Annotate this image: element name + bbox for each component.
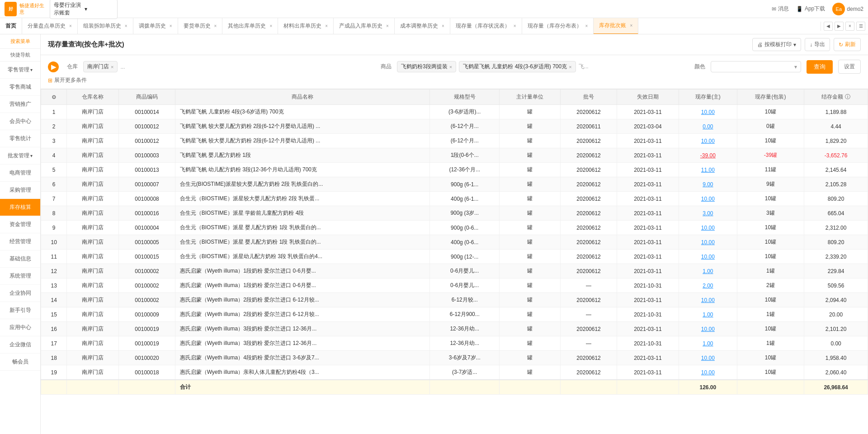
tab-close-batch-account[interactable]: × xyxy=(630,23,632,28)
sidebar-item-ecommerce[interactable]: 电商管理 xyxy=(0,165,40,182)
col-setting[interactable]: ⚙ xyxy=(41,90,67,105)
tab-close-all-button[interactable]: × xyxy=(845,22,854,31)
sidebar-item-retail-mgmt[interactable]: 零售管理 ▾ xyxy=(0,61,40,79)
tab-bar: 首页 分量盘点单历史 × 组装拆卸单历史 × 调拨单历史 × 要货单历史 × 其… xyxy=(0,18,868,34)
tab-requisition[interactable]: 要货单历史 × xyxy=(178,18,223,34)
sidebar-item-retail-shop[interactable]: 零售商城 xyxy=(0,79,40,96)
tab-inventory-dist[interactable]: 现存量（库存分布表） × xyxy=(522,18,594,34)
col-expire: 失效日期 xyxy=(617,90,679,105)
tab-close-requisition[interactable]: × xyxy=(214,24,217,28)
tab-inventory-status[interactable]: 现存量（库存状况表） × xyxy=(450,18,522,34)
tab-product-in[interactable]: 产成品入库单历史 × xyxy=(334,18,395,34)
tab-other-out[interactable]: 其他出库单历史 × xyxy=(222,18,278,34)
tab-close-transfer[interactable]: × xyxy=(170,24,172,28)
sidebar-item-retail-stats[interactable]: 零售统计 xyxy=(0,130,40,147)
tab-prev-button[interactable]: ◀ xyxy=(824,22,833,31)
tab-close-inventory-dist[interactable]: × xyxy=(585,24,588,28)
sidebar-item-operations[interactable]: 经营管理 xyxy=(0,233,40,250)
product-tag-feihe3[interactable]: 飞鹤奶粉3段两提装 × xyxy=(397,61,456,72)
account-dropdown[interactable]: 母婴行业演示账套 ▾ xyxy=(50,0,118,19)
footer-balance: 26,968.64 xyxy=(804,380,868,395)
tab-close-cost-adjust[interactable]: × xyxy=(442,24,444,28)
tab-close-split-inventory[interactable]: × xyxy=(69,24,72,28)
filter-expand-button[interactable]: ▶ xyxy=(48,61,59,72)
tab-next-button[interactable]: ▶ xyxy=(835,22,844,31)
tab-close-inventory-status[interactable]: × xyxy=(514,24,516,28)
user-profile[interactable]: Ea demo2 xyxy=(832,3,863,15)
export-button[interactable]: ↓ 导出 xyxy=(805,38,830,51)
tab-split-inventory[interactable]: 分量盘点单历史 × xyxy=(22,18,78,34)
table-row: 9南岸门店00100004合生元（BIOSTIME）派星 婴儿配方奶粉 1段 乳… xyxy=(41,221,868,235)
sidebar-item-system[interactable]: 系统管理 xyxy=(0,268,40,285)
sidebar-item-wholesale[interactable]: 批发管理 ▾ xyxy=(0,147,40,165)
warehouse-more-indicator[interactable]: ... xyxy=(120,64,125,70)
warehouse-tag-nananhendian[interactable]: 南岸门店 × xyxy=(83,61,118,72)
logo-text: 畅捷通好生意 xyxy=(19,3,45,14)
tab-menu-button[interactable]: ☰ xyxy=(856,22,865,31)
tab-batch-account[interactable]: 库存批次账 × xyxy=(594,18,638,34)
table-row: 12南岸门店00100002惠氏启蒙（Wyeth illuma）1段奶粉 爱尔兰… xyxy=(41,264,868,278)
sidebar-item-enterprise-wechat[interactable]: 企业微信 xyxy=(0,336,40,354)
product-more-indicator[interactable]: 飞... xyxy=(579,63,589,71)
color-filter-input[interactable]: ▾ xyxy=(711,61,801,72)
table-footer-row: 合计 126.00 26,968.64 xyxy=(41,380,868,395)
table-row: 7南岸门店00100008合生元（BIOSTIME）派星较大婴儿配方奶粉 2段 … xyxy=(41,192,868,206)
content-area: 现存量查询(按仓库+批次) 🖨 按模板打印 ▾ ↓ 导出 ↻ 刷新 xyxy=(41,34,868,434)
setting-button[interactable]: 设置 xyxy=(838,60,861,74)
footer-label: 合计 xyxy=(175,380,430,395)
sidebar-item-app-center[interactable]: 应用中心 xyxy=(0,319,40,336)
tab-cost-adjust[interactable]: 成本调整单历史 × xyxy=(395,18,450,34)
table-row: 4南岸门店00100003飞鹤星飞帆 婴儿配方奶粉 1段1段(0-6个...罐2… xyxy=(41,148,868,163)
refresh-icon: ↻ xyxy=(839,42,843,48)
chevron-down-icon-wholesale: ▾ xyxy=(30,153,33,158)
query-button[interactable]: 查询 xyxy=(807,60,833,74)
tab-close-material-out[interactable]: × xyxy=(325,24,328,28)
print-button[interactable]: 🖨 按模板打印 ▾ xyxy=(752,38,801,51)
sidebar-item-enterprise[interactable]: 企业协同 xyxy=(0,285,40,302)
top-bar: 好 畅捷通好生意 母婴行业演示账套 ▾ ✉ 消息 📱 App下载 Ea demo… xyxy=(0,0,868,18)
tab-disassemble[interactable]: 组装拆卸单历史 × xyxy=(78,18,133,34)
footer-qty-main: 126.00 xyxy=(679,380,737,395)
sidebar-item-inventory[interactable]: 库存核算 xyxy=(0,199,40,216)
tab-close-other-out[interactable]: × xyxy=(269,24,272,28)
app-download-button[interactable]: 📱 App下载 xyxy=(796,5,825,13)
tab-close-disassemble[interactable]: × xyxy=(125,24,127,28)
col-qty-pkg: 现存量(包装) xyxy=(737,90,804,105)
logo-icon: 好 xyxy=(5,2,17,16)
refresh-button[interactable]: ↻ 刷新 xyxy=(834,38,861,51)
table-row: 15南岸门店00100009惠氏启蒙（Wyeth illuma）2段奶粉 爱尔兰… xyxy=(41,307,868,322)
tab-transfer[interactable]: 调拨单历史 × xyxy=(133,18,178,34)
remove-product-tag-2[interactable]: × xyxy=(569,64,571,70)
table-row: 3南岸门店00100012飞鹤星飞帆 较大婴儿配方奶粉 2段(6-12个月婴幼儿… xyxy=(41,134,868,148)
remove-product-tag-1[interactable]: × xyxy=(449,64,452,70)
page-title: 现存量查询(按仓库+批次) xyxy=(48,40,124,49)
sidebar-search[interactable]: 搜索菜单 xyxy=(0,34,40,49)
col-qty-main: 现存量(主) xyxy=(679,90,737,105)
top-right-actions: ✉ 消息 📱 App下载 Ea demo2 xyxy=(772,3,863,15)
col-unit: 主计量单位 xyxy=(500,90,561,105)
sidebar-item-purchase[interactable]: 采购管理 xyxy=(0,182,40,199)
table-row: 5南岸门店00100013飞鹤星飞帆 幼儿配方奶粉 3段(12-36个月幼儿适用… xyxy=(41,163,868,177)
export-icon: ↓ xyxy=(810,42,812,48)
tab-material-out[interactable]: 材料出库单历史 × xyxy=(278,18,334,34)
page-header: 现存量查询(按仓库+批次) 🖨 按模板打印 ▾ ↓ 导出 ↻ 刷新 xyxy=(41,34,868,55)
sidebar-quick-nav[interactable]: 快捷导航 xyxy=(0,49,40,61)
expand-conditions-button[interactable]: ⊞ 展开更多条件 xyxy=(48,74,861,84)
main-layout: 搜索菜单 快捷导航 零售管理 ▾ 零售商城 营销推广 会员中心 零售统计 批发管… xyxy=(0,34,868,434)
remove-warehouse-tag[interactable]: × xyxy=(111,64,113,70)
tab-home[interactable]: 首页 xyxy=(0,18,22,34)
color-filter-label: 颜色 xyxy=(694,63,705,71)
table-row: 16南岸门店00100019惠氏启蒙（Wyeth illuma）3段奶粉 爱尔兰… xyxy=(41,322,868,336)
col-name: 商品名称 xyxy=(175,90,430,105)
sidebar-item-card-member[interactable]: 畅会员 xyxy=(0,354,40,371)
tab-navigation: ◀ ▶ × ☰ xyxy=(821,22,868,31)
sidebar-item-marketing[interactable]: 营销推广 xyxy=(0,96,40,113)
sidebar-item-members[interactable]: 会员中心 xyxy=(0,113,40,130)
product-tag-feihe4[interactable]: 飞鹤星飞帆 儿童奶粉 4段(3-6岁适用) 700克 × xyxy=(459,61,576,72)
sidebar-item-finance[interactable]: 资金管理 xyxy=(0,216,40,233)
sidebar-item-basic-info[interactable]: 基础信息 xyxy=(0,250,40,268)
messages-button[interactable]: ✉ 消息 xyxy=(772,5,789,13)
sidebar-item-guide[interactable]: 新手引导 xyxy=(0,302,40,319)
tab-close-product-in[interactable]: × xyxy=(386,24,389,28)
col-spec: 规格型号 xyxy=(430,90,500,105)
